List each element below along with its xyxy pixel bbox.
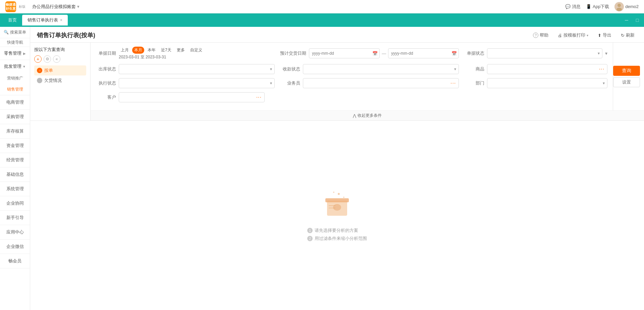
- tip-num-2: 2: [307, 236, 313, 241]
- refresh-btn[interactable]: ↻ 刷新: [618, 31, 637, 40]
- shipment-status-select[interactable]: [119, 64, 275, 74]
- filter-row-3: 执行状态 业务员 ·: [96, 78, 607, 88]
- tab-sales-order[interactable]: 销售订单执行表 ×: [22, 15, 68, 25]
- tab-custom[interactable]: 自定义: [188, 47, 204, 54]
- filter-field-expected-date: 预计交货日期 —: [280, 48, 459, 58]
- sidebar-item-ecommerce[interactable]: 电商管理: [0, 95, 30, 110]
- help-label: 帮助: [540, 32, 548, 38]
- filter-row-1: 单据日期 上月 本月 本年 近7天 更多 自定义: [96, 47, 607, 60]
- sidebar-enterprise-label: 企业协同: [6, 201, 24, 206]
- sidebar-item-wechat[interactable]: 企业微信: [0, 240, 30, 254]
- tab-current-month[interactable]: 本月: [132, 47, 144, 54]
- tab-last-month[interactable]: 上月: [119, 47, 131, 54]
- sidebar-newbie-label: 新手引导: [6, 215, 24, 220]
- main-layout: 🔍 搜索菜单 快捷导航 零售管理 ▶ 批发管理 ▼ 营销推广 销售管理 电: [0, 27, 644, 310]
- goods-input[interactable]: ···: [487, 64, 607, 74]
- sidebar-purchase-label: 采购管理: [6, 114, 24, 119]
- empty-tip-2-text: 用过滤条件来缩小分析范围: [315, 236, 367, 242]
- filter-container: 按以下方案查询 + ⚙ « ☆ 按单 欠货情况: [30, 43, 644, 121]
- sidebar-item-retail[interactable]: 零售管理 ▶: [0, 47, 30, 60]
- page-actions: ? 帮助 🖨 按模板打印 ▾ ⬆ 导出 ↻ 刷新: [530, 31, 637, 40]
- content-area: 销售订单执行表(按单) ? 帮助 🖨 按模板打印 ▾ ⬆ 导出 ↻ 刷新: [30, 27, 644, 310]
- exec-status-select[interactable]: [119, 78, 275, 88]
- sidebar-system-label: 系统管理: [6, 186, 24, 191]
- sidebar-retail-label: 零售管理: [4, 50, 21, 56]
- sidebar-item-member[interactable]: 畅会员: [0, 254, 30, 268]
- expected-date-start-wrap: [309, 48, 380, 58]
- collapse-more-btn[interactable]: ⋀ 收起更多条件: [91, 110, 644, 120]
- sidebar-item-operations[interactable]: 经营管理: [0, 153, 30, 167]
- payment-status-select-wrap: [303, 64, 459, 74]
- sidebar-item-inventory[interactable]: 库存核算: [0, 124, 30, 139]
- salesperson-input[interactable]: ···: [303, 78, 459, 88]
- empty-illustration: [320, 187, 354, 221]
- filter-field-exec-status: 执行状态: [96, 78, 275, 88]
- sidebar-search-label: 搜索菜单: [10, 30, 26, 35]
- shipment-status-select-wrap: [119, 64, 275, 74]
- edit-filter-btn[interactable]: ⚙: [44, 55, 51, 63]
- payment-status-select[interactable]: [303, 64, 459, 74]
- print-btn[interactable]: 🖨 按模板打印 ▾: [555, 31, 591, 40]
- window-min-btn[interactable]: ─: [623, 16, 631, 24]
- svg-rect-7: [325, 198, 349, 202]
- department-select[interactable]: [487, 78, 607, 88]
- filter-sidebar-controls: + ⚙ «: [34, 55, 86, 63]
- sidebar-quick-nav[interactable]: 快捷导航: [0, 38, 30, 47]
- logo-subtitle: 标版: [19, 4, 25, 9]
- app-download-btn[interactable]: 📱 App下载: [586, 4, 609, 10]
- tab-more[interactable]: 更多: [175, 47, 187, 54]
- sidebar-item-purchase[interactable]: 采购管理: [0, 110, 30, 124]
- customer-input[interactable]: ···: [119, 92, 265, 102]
- user-name: demo2: [625, 4, 639, 9]
- breadcrumb[interactable]: 办公用品行业模拟账套 ▾: [32, 4, 79, 10]
- help-btn[interactable]: ? 帮助: [530, 31, 551, 40]
- filter-option-by-order[interactable]: ☆ 按单: [34, 65, 86, 75]
- tab-current-year[interactable]: 本年: [146, 47, 158, 54]
- collapse-filter-sidebar-btn[interactable]: «: [53, 55, 60, 63]
- query-btn[interactable]: 查询: [613, 66, 640, 76]
- sidebar-search[interactable]: 🔍 搜索菜单: [0, 27, 30, 38]
- doc-status-expand-icon[interactable]: ▾: [605, 51, 607, 56]
- add-filter-btn[interactable]: +: [34, 55, 42, 63]
- sidebar-item-system[interactable]: 系统管理: [0, 182, 30, 196]
- expected-date-end[interactable]: [388, 48, 459, 58]
- sidebar-wechat-label: 企业微信: [6, 244, 24, 249]
- app-download-label: App下载: [593, 4, 609, 10]
- page-header: 销售订单执行表(按单) ? 帮助 🖨 按模板打印 ▾ ⬆ 导出 ↻ 刷新: [30, 27, 644, 43]
- doc-status-select[interactable]: [487, 48, 602, 58]
- sidebar-sales-label: 销售管理: [7, 87, 23, 92]
- header-right: 💬 消息 📱 App下载 demo2: [565, 2, 639, 11]
- tab-last-7[interactable]: 近7天: [159, 47, 173, 54]
- setup-btn[interactable]: 设置: [613, 77, 640, 87]
- chevron-down-icon: ▼: [22, 65, 26, 68]
- sidebar-item-basic[interactable]: 基础信息: [0, 167, 30, 182]
- svg-point-11: [333, 204, 341, 211]
- message-btn[interactable]: 💬 消息: [565, 4, 581, 10]
- shipment-status-label: 出库状态: [96, 66, 116, 72]
- sidebar-finance-label: 资金管理: [6, 143, 24, 148]
- filter-option-by-debt[interactable]: 欠货情况: [34, 75, 86, 86]
- window-max-btn[interactable]: □: [633, 16, 641, 24]
- user-area[interactable]: demo2: [614, 2, 639, 11]
- tab-bar-controls: ─ □: [623, 16, 641, 24]
- sidebar-member-label: 畅会员: [8, 258, 21, 263]
- sidebar-item-finance[interactable]: 资金管理: [0, 139, 30, 153]
- app-icon: 📱: [586, 4, 591, 9]
- sidebar-item-sales[interactable]: 销售管理: [0, 84, 30, 95]
- filter-field-doc-date: 单据日期 上月 本月 本年 近7天 更多 自定义: [96, 47, 275, 60]
- sidebar-item-apps[interactable]: 应用中心: [0, 225, 30, 240]
- tab-home[interactable]: 首页: [3, 15, 22, 25]
- tab-close-icon[interactable]: ×: [60, 18, 62, 22]
- svg-point-1: [618, 4, 621, 7]
- expected-date-start[interactable]: [309, 48, 380, 58]
- empty-state: 1 请先选择要分析的方案 2 用过滤条件来缩小分析范围: [30, 121, 644, 310]
- header-left: 畅捷通好生意 标版 办公用品行业模拟账套 ▾: [5, 1, 79, 12]
- sidebar-item-enterprise[interactable]: 企业协同: [0, 196, 30, 211]
- export-btn[interactable]: ⬆ 导出: [595, 31, 614, 40]
- sidebar-item-newbie[interactable]: 新手引导: [0, 211, 30, 225]
- customer-dots-icon: ···: [256, 94, 262, 100]
- refresh-icon: ↻: [621, 33, 625, 38]
- sidebar-item-wholesale[interactable]: 批发管理 ▼: [0, 60, 30, 73]
- search-icon: 🔍: [4, 30, 9, 35]
- sidebar-item-marketing[interactable]: 营销推广: [0, 73, 30, 84]
